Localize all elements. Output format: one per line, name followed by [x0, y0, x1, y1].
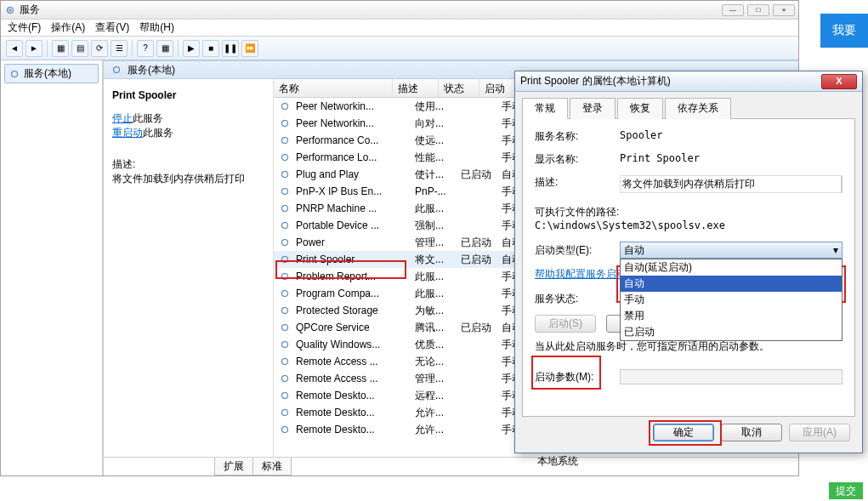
right-panel[interactable]: 我要 [820, 14, 868, 48]
cell-desc: PnP-... [410, 185, 456, 197]
cell-desc: 管理... [410, 236, 456, 250]
cell-status: 已启动 [456, 236, 496, 250]
startup-type-select[interactable]: 自动 ▾ [620, 242, 842, 259]
list-button[interactable]: ▦ [156, 40, 173, 57]
stop-service-button[interactable]: ■ [202, 40, 219, 57]
cell-name: Program Compa... [291, 288, 410, 299]
svg-point-9 [282, 189, 288, 195]
cancel-button[interactable]: 取消 [721, 424, 782, 441]
dialog-close-button[interactable]: X [821, 74, 857, 89]
apply-button: 应用(A) [789, 424, 850, 441]
cell-name: Remote Deskto... [291, 407, 410, 418]
back-button[interactable]: ◄ [6, 40, 23, 57]
gear-icon [279, 373, 291, 384]
cell-name: Peer Networkin... [291, 100, 410, 112]
gear-icon [279, 322, 291, 333]
disp-name-label: 显示名称: [535, 152, 620, 167]
cell-desc: 使用... [410, 100, 456, 114]
svg-point-20 [282, 376, 288, 382]
desc-label: 描述: [112, 157, 264, 172]
svg-point-2 [12, 71, 18, 77]
gear-icon [279, 185, 291, 197]
col-status[interactable]: 状态 [439, 79, 479, 97]
export-button[interactable]: ☰ [111, 40, 128, 57]
svg-point-15 [282, 291, 288, 297]
dd-extra[interactable]: 已启动 [621, 324, 842, 340]
param-label: 启动参数(M): [535, 370, 620, 384]
menu-action[interactable]: 操作(A) [51, 20, 85, 35]
gear-icon [279, 339, 291, 350]
cell-desc: 此服... [410, 270, 456, 284]
minimize-button[interactable]: — [722, 4, 744, 16]
dd-auto[interactable]: 自动 [621, 276, 842, 292]
dd-disabled[interactable]: 禁用 [621, 308, 842, 324]
fwd-button[interactable]: ► [26, 40, 43, 57]
close-button[interactable]: × [773, 4, 795, 16]
general-page: 服务名称: Spooler 显示名称: Print Spooler 描述: 将文… [522, 119, 855, 417]
dialog-tabs: 常规 登录 恢复 依存关系 [522, 97, 855, 119]
col-desc[interactable]: 描述 [393, 79, 439, 97]
gear-icon [279, 168, 291, 180]
cell-name: Performance Co... [291, 134, 410, 146]
svg-point-22 [282, 410, 288, 416]
menubar: 文件(F) 操作(A) 查看(V) 帮助(H) [1, 20, 798, 37]
desc-value[interactable]: 将文件加载到内存供稍后打印 [620, 175, 842, 193]
restart-service-button[interactable]: ⏩ [241, 40, 258, 57]
dd-manual[interactable]: 手动 [621, 292, 842, 308]
gear-icon [279, 390, 291, 401]
cell-desc: 远程... [410, 389, 456, 403]
nav-label: 服务(本地) [24, 66, 71, 81]
details-pane: Print Spooler 停止此服务 重启动此服务 描述: 将文件加载到内存供… [104, 79, 274, 457]
gear-icon [279, 202, 291, 214]
tab-general[interactable]: 常规 [522, 98, 568, 119]
col-startup[interactable]: 启动 [479, 79, 517, 97]
cell-status: 已启动 [456, 253, 496, 267]
tab-logon[interactable]: 登录 [570, 98, 616, 119]
cell-name: Problem Report... [291, 270, 410, 282]
start-service-button[interactable]: ▶ [183, 40, 200, 57]
cell-desc: 此服... [410, 202, 456, 216]
pause-service-button[interactable]: ❚❚ [222, 40, 239, 57]
svg-point-8 [282, 172, 288, 178]
dd-auto-delay[interactable]: 自动(延迟启动) [621, 259, 842, 276]
svg-point-17 [282, 325, 288, 331]
param-input [620, 369, 842, 384]
cell-name: Plug and Play [291, 168, 410, 180]
tab-recovery[interactable]: 恢复 [617, 98, 663, 119]
svg-point-6 [282, 138, 288, 144]
cell-desc: 允许... [410, 423, 456, 437]
cell-name: QPCore Service [291, 322, 410, 333]
cell-desc: 向对... [410, 117, 456, 131]
properties-button[interactable]: ▤ [71, 40, 88, 57]
stop-link[interactable]: 停止 [112, 111, 133, 126]
col-name[interactable]: 名称 [274, 79, 393, 97]
ok-button[interactable]: 确定 [653, 424, 714, 441]
tab-standard[interactable]: 标准 [252, 458, 292, 475]
menu-help[interactable]: 帮助(H) [139, 20, 174, 35]
toggle-tree-button[interactable]: ▦ [52, 40, 69, 57]
tab-extended[interactable]: 扩展 [214, 458, 253, 475]
maximize-button[interactable]: □ [747, 4, 769, 16]
refresh-button[interactable]: ⟳ [91, 40, 108, 57]
gear-icon [279, 117, 291, 129]
nav-services-local[interactable]: 服务(本地) [4, 64, 99, 83]
desc-text: 将文件加载到内存供稍后打印 [112, 172, 264, 186]
cell-name: PnP-X IP Bus En... [291, 185, 410, 197]
exe-value: C:\windows\System32\spoolsv.exe [535, 219, 842, 231]
desc-label: 描述: [535, 175, 620, 190]
submit-button[interactable]: 提交 [829, 482, 863, 499]
footer-tabs: 扩展 标准 [104, 457, 798, 475]
restart-link[interactable]: 重启动 [112, 126, 143, 140]
cell-name: Quality Windows... [291, 339, 410, 350]
cell-desc: 使计... [410, 168, 456, 182]
content-title: 服务(本地) [128, 63, 175, 77]
help-button[interactable]: ? [137, 40, 154, 57]
menu-view[interactable]: 查看(V) [95, 20, 129, 35]
tab-dependencies[interactable]: 依存关系 [665, 98, 731, 119]
status-label: 服务状态: [535, 292, 620, 306]
gear-icon [279, 270, 291, 282]
cell-name: Remote Deskto... [291, 390, 410, 401]
menu-file[interactable]: 文件(F) [8, 20, 41, 35]
properties-dialog: Print Spooler 的属性(本地计算机) X 常规 登录 恢复 依存关系… [514, 71, 863, 453]
cell-desc: 性能... [410, 151, 456, 165]
